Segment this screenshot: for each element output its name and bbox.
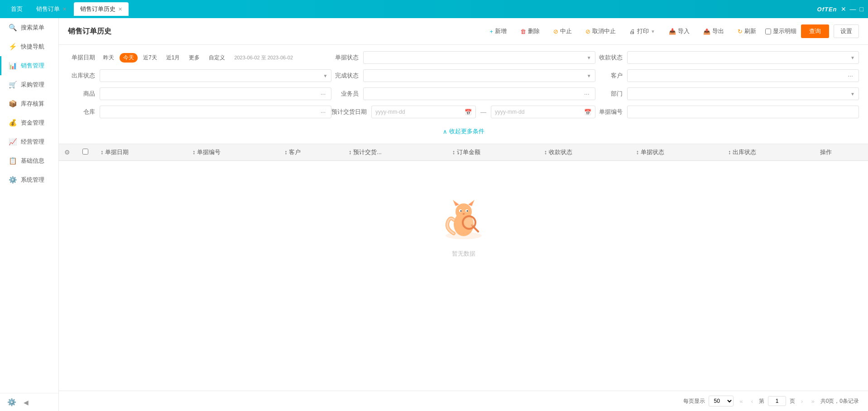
- filter-delivery-date: 预计交货日期 yyyy-mm-dd 📅 — yyyy-mm-dd 📅: [331, 106, 595, 118]
- filter-area: 单据日期 昨天 今天 近7天 近1月 更多 自定义 2023-06-02 至 2…: [59, 45, 868, 144]
- refresh-button[interactable]: ↻ 刷新: [733, 25, 761, 38]
- main-layout: 🔍 搜索菜单 ⚡ 快捷导航 📊 销售管理 🛒 采购管理 📦 库存核算 💰 资金管…: [0, 18, 868, 411]
- date-chips: 昨天 今天 近7天 近1月 更多 自定义: [100, 53, 229, 63]
- sidebar-item-base-info[interactable]: 📋 基础信息: [0, 151, 58, 170]
- table-settings-gear[interactable]: ⚙: [64, 149, 70, 156]
- sidebar-item-sales-mgmt[interactable]: 📊 销售管理: [0, 56, 58, 75]
- page-title-row: 销售订单历史 + 新增 🗑 删除 ⊘ 中止 ⊘: [68, 24, 859, 38]
- payment-status-control[interactable]: ▼: [627, 51, 859, 64]
- collapse-btn[interactable]: ∧ 收起更多条件: [443, 126, 484, 137]
- th-out[interactable]: ↕ 出库状态: [723, 144, 815, 161]
- date-chip-yesterday[interactable]: 昨天: [100, 53, 118, 63]
- show-detail-input[interactable]: [765, 29, 771, 34]
- tab-sales-order-close[interactable]: ✕: [62, 6, 67, 12]
- th-payment[interactable]: ↕ 收款状态: [539, 144, 631, 161]
- sidebar-item-purchase-mgmt[interactable]: 🛒 采购管理: [0, 75, 58, 94]
- sidebar-collapse-icon[interactable]: ◀: [24, 399, 29, 406]
- export-button[interactable]: 📤 导出: [699, 25, 729, 38]
- print-button[interactable]: 🖨 打印 ▼: [625, 25, 660, 38]
- date-chip-1month[interactable]: 近1月: [163, 53, 184, 63]
- tab-sales-order-history[interactable]: 销售订单历史 ✕: [74, 2, 129, 16]
- date-chip-today[interactable]: 今天: [120, 53, 138, 63]
- settings-button[interactable]: 设置: [834, 24, 859, 38]
- filter-row-4: 仓库 ··· 预计交货日期 yyyy-mm-dd 📅 —: [68, 106, 859, 118]
- first-page-btn[interactable]: «: [737, 397, 745, 406]
- next-page-btn[interactable]: ›: [799, 397, 805, 406]
- topbar-maximize-btn[interactable]: □: [860, 5, 863, 13]
- stop-button[interactable]: ⊘ 中止: [549, 25, 576, 38]
- sidebar-item-sales-mgmt-label: 销售管理: [21, 62, 44, 70]
- toolbar: + 新增 🗑 删除 ⊘ 中止 ⊘ 取消中止: [485, 24, 859, 38]
- th-date[interactable]: ↕ 单据日期: [95, 144, 187, 161]
- customer-control[interactable]: ···: [627, 69, 859, 82]
- cancel-stop-icon: ⊘: [585, 28, 590, 35]
- department-control[interactable]: ▼: [627, 87, 859, 100]
- bill-status-control[interactable]: ▼: [363, 51, 595, 64]
- page-title: 销售订单历史: [68, 27, 111, 36]
- salesperson-control[interactable]: ···: [363, 87, 595, 100]
- date-start-placeholder: yyyy-mm-dd: [375, 109, 405, 115]
- total-info: 共0页，0条记录: [820, 397, 859, 405]
- bill-number-control[interactable]: [627, 106, 859, 118]
- delivery-date-end[interactable]: yyyy-mm-dd 📅: [491, 106, 595, 118]
- page-header: 销售订单历史 + 新增 🗑 删除 ⊘ 中止 ⊘: [59, 18, 868, 45]
- date-chip-more[interactable]: 更多: [185, 53, 203, 63]
- add-button[interactable]: + 新增: [485, 25, 512, 38]
- th-delivery[interactable]: ↕ 预计交货...: [343, 144, 447, 161]
- sidebar-item-inventory[interactable]: 📦 库存核算: [0, 94, 58, 113]
- collapse-label: 收起更多条件: [449, 127, 484, 135]
- th-customer[interactable]: ↕ 客户: [279, 144, 343, 161]
- warehouse-ellipsis-btn[interactable]: ···: [319, 108, 328, 116]
- sidebar-item-quick-nav[interactable]: ⚡ 快捷导航: [0, 37, 58, 56]
- date-chip-7days[interactable]: 近7天: [139, 53, 161, 63]
- search-menu-icon: 🔍: [9, 24, 17, 32]
- sidebar-settings-icon[interactable]: ⚙️: [7, 398, 16, 406]
- salesperson-ellipsis-btn[interactable]: ···: [582, 90, 591, 97]
- stop-icon: ⊘: [553, 28, 558, 35]
- filter-row-1: 单据日期 昨天 今天 近7天 近1月 更多 自定义 2023-06-02 至 2…: [68, 51, 859, 64]
- sidebar-item-operations[interactable]: 📈 经营管理: [0, 132, 58, 151]
- department-arrow: ▼: [850, 92, 855, 97]
- show-detail-checkbox[interactable]: 显示明细: [765, 27, 796, 35]
- per-page-select[interactable]: 50 10 20 100: [709, 396, 734, 406]
- th-number[interactable]: ↕ 单据编号: [187, 144, 279, 161]
- import-button[interactable]: 📥 导入: [664, 25, 694, 38]
- sidebar-item-search-menu[interactable]: 🔍 搜索菜单: [0, 18, 58, 37]
- table-body: 暂无数据: [59, 161, 868, 295]
- tab-list: 首页 销售订单 ✕ 销售订单历史 ✕: [5, 2, 817, 16]
- refresh-icon: ↻: [738, 28, 743, 35]
- date-chip-custom[interactable]: 自定义: [205, 53, 229, 63]
- th-customer-sort-icon: ↕: [284, 149, 289, 155]
- select-all-checkbox[interactable]: [82, 149, 88, 155]
- page-number-input[interactable]: [768, 396, 786, 406]
- date-separator: —: [478, 109, 489, 116]
- complete-status-control[interactable]: ▼: [363, 69, 595, 82]
- th-amount[interactable]: ↕ 订单金额: [447, 144, 539, 161]
- payment-status-arrow: ▼: [850, 55, 855, 60]
- topbar-minimize-btn[interactable]: —: [850, 5, 856, 13]
- date-label: 单据日期: [68, 53, 100, 62]
- filter-payment-status: 收款状态 ▼: [595, 51, 859, 64]
- warehouse-control[interactable]: ···: [100, 106, 331, 118]
- sidebar-item-sys-mgmt[interactable]: ⚙️ 系统管理: [0, 170, 58, 189]
- sidebar-item-finance[interactable]: 💰 资金管理: [0, 113, 58, 132]
- customer-ellipsis-btn[interactable]: ···: [846, 72, 855, 79]
- prev-page-btn[interactable]: ‹: [749, 397, 755, 406]
- cancel-stop-button[interactable]: ⊘ 取消中止: [581, 25, 620, 38]
- empty-state: 暂无数据: [59, 161, 868, 294]
- goods-control[interactable]: ···: [100, 87, 331, 100]
- tab-home[interactable]: 首页: [5, 2, 29, 16]
- complete-status-arrow: ▼: [587, 73, 591, 78]
- tab-sales-order-history-close[interactable]: ✕: [118, 6, 122, 12]
- th-bill[interactable]: ↕ 单据状态: [631, 144, 723, 161]
- out-status-control[interactable]: ▼: [100, 69, 331, 82]
- last-page-btn[interactable]: »: [809, 397, 816, 406]
- tab-sales-order[interactable]: 销售订单 ✕: [30, 2, 73, 16]
- goods-ellipsis-btn[interactable]: ···: [319, 90, 328, 97]
- delivery-date-start[interactable]: yyyy-mm-dd 📅: [371, 106, 476, 118]
- topbar-close-btn[interactable]: ✕: [841, 5, 846, 13]
- query-button[interactable]: 查询: [801, 24, 829, 38]
- filter-goods: 商品 ···: [68, 87, 331, 100]
- delete-button[interactable]: 🗑 删除: [516, 25, 544, 38]
- pagination-bar: 每页显示 50 10 20 100 « ‹ 第 页 › » 共0页，0条记录: [59, 391, 868, 411]
